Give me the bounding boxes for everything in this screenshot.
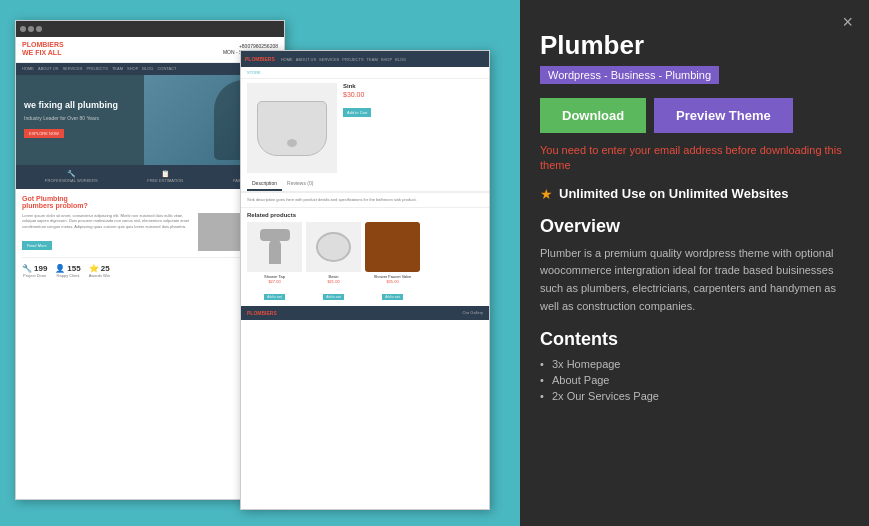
- action-buttons: Download Preview Theme: [540, 98, 849, 133]
- tap-icon: [260, 229, 290, 264]
- right-panel: × Plumber Wordpress - Business - Plumbin…: [520, 0, 869, 526]
- stat2-num: 155: [67, 264, 80, 273]
- related-cart-btn-1[interactable]: Add to cart: [264, 294, 285, 300]
- product-description: Sink description goes here with product …: [241, 193, 489, 207]
- related-product-2: Basin $21.00 Add to cart: [306, 222, 361, 302]
- email-warning: You need to enter your email address bef…: [540, 143, 849, 174]
- download-button[interactable]: Download: [540, 98, 646, 133]
- stat1-num: 199: [34, 264, 47, 273]
- related-price-3: $35.00: [365, 279, 420, 284]
- screenshot-shop: PLOMBIERS HOMEABOUT USSERVICESPROJECTSTE…: [240, 50, 490, 510]
- section-title-highlight: plumbers problom?: [22, 202, 88, 209]
- stat1-label: Project Done: [22, 273, 47, 278]
- read-more-btn[interactable]: Read More: [22, 241, 52, 250]
- theme-title: Plumber: [540, 30, 849, 61]
- related-product-3: Shower Faucet Valve $35.00 Add to cart: [365, 222, 420, 302]
- overview-heading: Overview: [540, 216, 849, 237]
- feature2-label: FREE ESTIMATION: [147, 178, 183, 183]
- product-price: $30.00: [343, 91, 483, 98]
- preview-area: PLOMBIERS WE FIX ALL +8007960256208 MON …: [0, 0, 520, 526]
- section-title-main: Got Plumbing: [22, 195, 68, 202]
- section-body: Lorem ipsum dolor sit amet, consectetur …: [22, 213, 192, 230]
- related-price-1: $27.00: [247, 279, 302, 284]
- footer-logo: PLOMBIERS: [247, 310, 277, 316]
- feature1-label: PROFESSIONAL WORKERS: [45, 178, 98, 183]
- contents-list: 3x Homepage About Page 2x Our Services P…: [540, 358, 849, 402]
- hero-sub: Industry Leader for Over 80 Years: [24, 115, 118, 121]
- basin-icon: [316, 232, 351, 262]
- related-product-1: Shower Tap $27.00 Add to cart: [247, 222, 302, 302]
- contents-heading: Contents: [540, 329, 849, 350]
- related-title: Related products: [247, 212, 483, 218]
- product-name: Sink: [343, 83, 483, 89]
- related-cart-btn-3[interactable]: Add to cart: [382, 294, 403, 300]
- stat2-label: Happy Client: [55, 273, 80, 278]
- contents-item-1: 3x Homepage: [540, 358, 849, 370]
- related-cart-btn-2[interactable]: Add to cart: [323, 294, 344, 300]
- footer-gallery: Our Gallery: [463, 310, 483, 315]
- hero-heading: we fixing all plumbing: [24, 100, 118, 112]
- logo-line2: WE FIX ALL: [22, 49, 64, 57]
- hero-cta: EXPLORE NOW: [24, 129, 64, 138]
- tab-description[interactable]: Description: [247, 177, 282, 191]
- logo-line1: PLOMBIERS: [22, 41, 64, 49]
- stat3-label: Awards Win: [89, 273, 110, 278]
- overview-text: Plumber is a premium quality wordpress t…: [540, 245, 849, 315]
- close-button[interactable]: ×: [842, 12, 853, 33]
- add-to-cart-btn[interactable]: Add to Cart: [343, 108, 371, 117]
- shop-logo: PLOMBIERS: [245, 56, 275, 62]
- unlimited-label: Unlimited Use on Unlimited Websites: [559, 186, 788, 201]
- product-image: [247, 83, 337, 173]
- bottle-icon: [384, 231, 402, 263]
- stat3-num: 25: [101, 264, 110, 273]
- preview-button[interactable]: Preview Theme: [654, 98, 793, 133]
- shop-breadcrumb: STORE: [241, 67, 489, 79]
- star-icon: ★: [540, 186, 553, 202]
- contents-item-2: About Page: [540, 374, 849, 386]
- sink-shape: [257, 101, 327, 156]
- unlimited-badge: ★ Unlimited Use on Unlimited Websites: [540, 186, 849, 202]
- theme-screenshots: PLOMBIERS WE FIX ALL +8007960256208 MON …: [15, 20, 505, 520]
- related-price-2: $21.00: [306, 279, 361, 284]
- theme-tags: Wordpress - Business - Plumbing: [540, 66, 719, 84]
- tab-reviews[interactable]: Reviews (0): [282, 177, 318, 191]
- contents-item-3: 2x Our Services Page: [540, 390, 849, 402]
